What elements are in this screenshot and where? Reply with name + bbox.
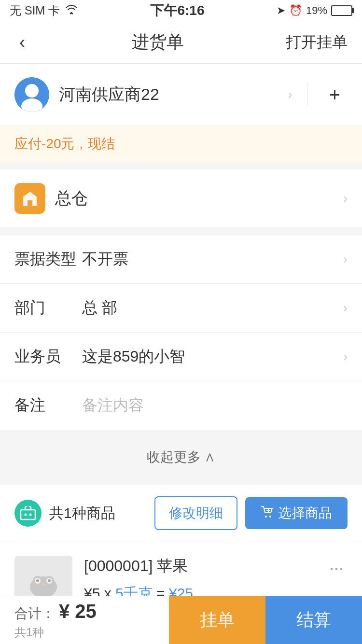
open-pending-button[interactable]: 打开挂单 [286,32,348,53]
alarm-icon: ⏰ [289,4,302,17]
svg-point-8 [25,514,27,516]
svg-rect-7 [21,510,35,519]
select-product-label: 选择商品 [278,504,332,522]
page-title: 进货单 [132,30,184,54]
remark-label: 备注 [14,395,82,416]
status-time: 下午6:16 [150,1,204,20]
product-name: [0000001] 苹果 [84,556,314,577]
salesman-row[interactable]: 业务员 这是859的小智 › [0,333,362,381]
warehouse-row[interactable]: 总仓 › [0,169,362,227]
svg-point-20 [48,579,51,582]
salesman-value: 这是859的小智 [82,346,343,367]
select-product-button[interactable]: 选择商品 [245,497,348,529]
supplier-avatar [14,77,49,112]
supplier-row[interactable]: 河南供应商22 › + [0,64,362,126]
status-bar: 无 SIM 卡 下午6:16 ➤ ⏰ 19% [0,0,362,21]
warehouse-section[interactable]: 总仓 › [0,169,362,227]
salesman-label: 业务员 [14,346,82,367]
checkout-button[interactable]: 结算 [265,596,362,644]
total-sub: 共1种 [14,625,154,640]
supplier-name: 河南供应商22 [59,84,278,106]
svg-point-2 [25,84,39,98]
total-section: 合计： ¥ 25 共1种 [0,601,169,640]
location-icon: ➤ [277,4,285,17]
svg-marker-5 [22,192,38,197]
bottom-bar: 合计： ¥ 25 共1种 挂单 结算 [0,596,362,644]
form-section: 票据类型 不开票 › 部门 总 部 › 业务员 这是859的小智 › 备注 备注… [0,235,362,430]
invoice-label: 票据类型 [14,249,82,270]
collapse-toggle[interactable]: 收起更多 ∧ [0,437,362,477]
invoice-row[interactable]: 票据类型 不开票 › [0,235,362,284]
svg-point-19 [36,579,39,582]
total-label: 合计： [14,604,55,623]
supplier-chevron-icon: › [288,87,292,102]
cart-icon [261,505,274,521]
battery-icon [331,5,352,16]
status-left: 无 SIM 卡 [10,3,78,18]
battery-percent: 19% [306,4,327,17]
invoice-value: 不开票 [82,249,343,270]
nav-bar: ‹ 进货单 打开挂单 [0,21,362,64]
add-supplier-button[interactable]: + [322,82,348,108]
warehouse-name: 总仓 [55,187,334,210]
divider [307,83,307,107]
product-more-button[interactable]: ··· [325,556,348,580]
total-amount: ¥ 25 [59,601,97,622]
remark-row[interactable]: 备注 备注内容 [0,381,362,430]
svg-point-0 [70,12,72,14]
edit-detail-button[interactable]: 修改明细 [154,496,237,530]
carrier-text: 无 SIM 卡 [10,3,60,18]
product-count-text: 共1种商品 [49,504,147,523]
supplier-section: 河南供应商22 › + 应付-20元，现结 [0,64,362,162]
department-chevron-icon: › [343,300,348,316]
warehouse-chevron-icon: › [343,191,348,206]
department-label: 部门 [14,297,82,319]
department-row[interactable]: 部门 总 部 › [0,284,362,333]
department-value: 总 部 [82,297,343,319]
product-count-icon [14,500,42,527]
warehouse-icon [14,183,45,214]
back-button[interactable]: ‹ [14,28,30,57]
remark-placeholder: 备注内容 [82,395,348,416]
total-line: 合计： ¥ 25 [14,601,154,623]
svg-point-10 [265,516,267,518]
wifi-icon [65,4,78,17]
invoice-chevron-icon: › [343,252,348,267]
salesman-chevron-icon: › [343,349,348,364]
product-title: 苹果 [157,557,188,574]
supplier-notice: 应付-20元，现结 [0,126,362,162]
status-right: ➤ ⏰ 19% [277,4,352,17]
svg-point-11 [269,516,271,518]
main-content: 河南供应商22 › + 应付-20元，现结 总仓 › 票据类型 不开票 › [0,64,362,644]
product-header: 共1种商品 修改明细 选择商品 [0,485,362,542]
suspend-button[interactable]: 挂单 [169,596,265,644]
svg-rect-6 [28,200,32,206]
product-code: [0000001] [84,557,153,574]
svg-point-9 [29,514,32,516]
